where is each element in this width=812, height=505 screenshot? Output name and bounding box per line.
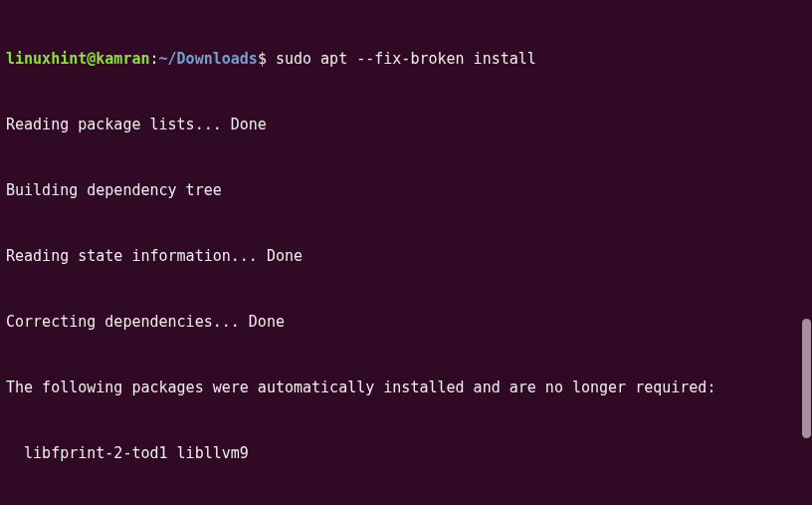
output-line: Reading state information... Done — [6, 245, 806, 267]
output-line: Correcting dependencies... Done — [6, 311, 806, 333]
scrollbar-thumb[interactable] — [802, 319, 811, 438]
output-line: libfprint-2-tod1 libllvm9 — [6, 442, 806, 464]
output-line: The following packages were automaticall… — [6, 377, 806, 398]
output-line: Reading package lists... Done — [6, 114, 806, 135]
terminal-window[interactable]: linuxhint@kamran:~/Downloads$ sudo apt -… — [6, 4, 806, 505]
prompt-symbol: $ — [258, 50, 276, 68]
output-line: Building dependency tree — [6, 179, 806, 201]
typed-command: sudo apt --fix-broken install — [276, 50, 536, 68]
prompt-user-host: linuxhint@kamran — [6, 50, 150, 68]
scrollbar-track[interactable] — [799, 0, 811, 505]
prompt-path: ~/Downloads — [159, 50, 258, 68]
prompt-separator: : — [150, 50, 159, 68]
prompt-line: linuxhint@kamran:~/Downloads$ sudo apt -… — [6, 48, 806, 70]
